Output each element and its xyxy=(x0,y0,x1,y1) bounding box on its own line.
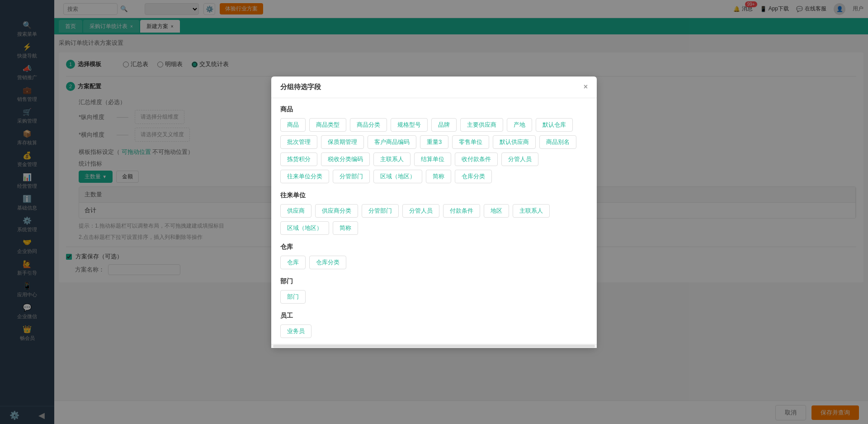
hscroll-thumb xyxy=(273,345,595,348)
field-chip[interactable]: 简称 xyxy=(426,170,451,183)
field-chip[interactable]: 重量3 xyxy=(420,135,448,149)
field-chip[interactable]: 商品类型 xyxy=(309,118,346,132)
field-chip[interactable]: 零售单位 xyxy=(452,135,489,149)
field-chip[interactable]: 仓库分类 xyxy=(309,256,346,269)
field-chip[interactable]: 分管部门 xyxy=(333,170,370,183)
section-title-warehouse: 仓库 xyxy=(280,243,588,251)
field-section-staff: 员工 业务员 xyxy=(280,312,588,338)
warehouse-chips: 仓库 仓库分类 xyxy=(280,256,588,269)
field-chip[interactable]: 主联系人 xyxy=(373,152,410,166)
field-chip[interactable]: 品牌 xyxy=(431,118,457,132)
goods-chips: 商品 商品类型 商品分类 规格型号 品牌 主要供应商 产地 默认仓库 批次管理 … xyxy=(280,118,588,183)
field-chip[interactable]: 供应商 xyxy=(280,204,311,218)
field-section-partner: 往来单位 供应商 供应商分类 分管部门 分管人员 付款条件 地区 主联系人 区域… xyxy=(280,191,588,235)
field-chip[interactable]: 分管人员 xyxy=(402,204,439,218)
field-chip[interactable]: 客户商品编码 xyxy=(368,135,416,149)
modal-overlay[interactable]: 分组待选字段 × 商品 商品 商品类型 商品分类 规格型号 品牌 主要供应商 产… xyxy=(0,0,868,424)
field-chip[interactable]: 结算单位 xyxy=(414,152,451,166)
field-chip[interactable]: 区域（地区） xyxy=(280,221,329,235)
field-chip[interactable]: 默认仓库 xyxy=(536,118,573,132)
field-chip[interactable]: 往来单位分类 xyxy=(280,170,329,183)
field-section-dept: 部门 部门 xyxy=(280,277,588,304)
modal-dialog: 分组待选字段 × 商品 商品 商品类型 商品分类 规格型号 品牌 主要供应商 产… xyxy=(271,76,597,348)
field-chip[interactable]: 商品 xyxy=(280,118,306,132)
field-chip[interactable]: 业务员 xyxy=(280,324,311,338)
field-chip[interactable]: 供应商分类 xyxy=(315,204,358,218)
field-chip[interactable]: 规格型号 xyxy=(391,118,428,132)
field-chip[interactable]: 分管人员 xyxy=(501,152,538,166)
section-title-partner: 往来单位 xyxy=(280,191,588,200)
staff-chips: 业务员 xyxy=(280,324,588,338)
section-title-staff: 员工 xyxy=(280,312,588,320)
field-chip[interactable]: 主要供应商 xyxy=(460,118,503,132)
field-chip[interactable]: 付款条件 xyxy=(443,204,480,218)
field-chip[interactable]: 商品分类 xyxy=(350,118,387,132)
section-title-dept: 部门 xyxy=(280,277,588,286)
field-chip[interactable]: 简称 xyxy=(333,221,358,235)
dept-chips: 部门 xyxy=(280,290,588,304)
section-title-goods: 商品 xyxy=(280,105,588,114)
field-chip[interactable]: 批次管理 xyxy=(280,135,317,149)
partner-chips: 供应商 供应商分类 分管部门 分管人员 付款条件 地区 主联系人 区域（地区） … xyxy=(280,204,588,235)
field-chip[interactable]: 主联系人 xyxy=(513,204,550,218)
modal-hscroll[interactable] xyxy=(271,344,597,348)
field-chip[interactable]: 保质期管理 xyxy=(321,135,364,149)
field-chip[interactable]: 仓库 xyxy=(280,256,306,269)
field-chip[interactable]: 区域（地区） xyxy=(373,170,422,183)
field-chip[interactable]: 税收分类编码 xyxy=(321,152,370,166)
modal-title: 分组待选字段 xyxy=(280,83,321,91)
field-section-goods: 商品 商品 商品类型 商品分类 规格型号 品牌 主要供应商 产地 默认仓库 批次… xyxy=(280,105,588,183)
field-chip[interactable]: 拣货积分 xyxy=(280,152,317,166)
field-chip[interactable]: 商品别名 xyxy=(539,135,576,149)
field-section-warehouse: 仓库 仓库 仓库分类 xyxy=(280,243,588,269)
field-chip[interactable]: 分管部门 xyxy=(362,204,399,218)
field-chip[interactable]: 产地 xyxy=(507,118,532,132)
field-chip[interactable]: 部门 xyxy=(280,290,306,304)
field-chip[interactable]: 地区 xyxy=(484,204,509,218)
field-chip[interactable]: 默认供应商 xyxy=(493,135,536,149)
modal-header: 分组待选字段 × xyxy=(271,76,597,98)
modal-close-button[interactable]: × xyxy=(584,83,588,91)
modal-body[interactable]: 商品 商品 商品类型 商品分类 规格型号 品牌 主要供应商 产地 默认仓库 批次… xyxy=(271,98,597,344)
field-chip[interactable]: 仓库分类 xyxy=(455,170,492,183)
field-chip[interactable]: 收付款条件 xyxy=(455,152,498,166)
